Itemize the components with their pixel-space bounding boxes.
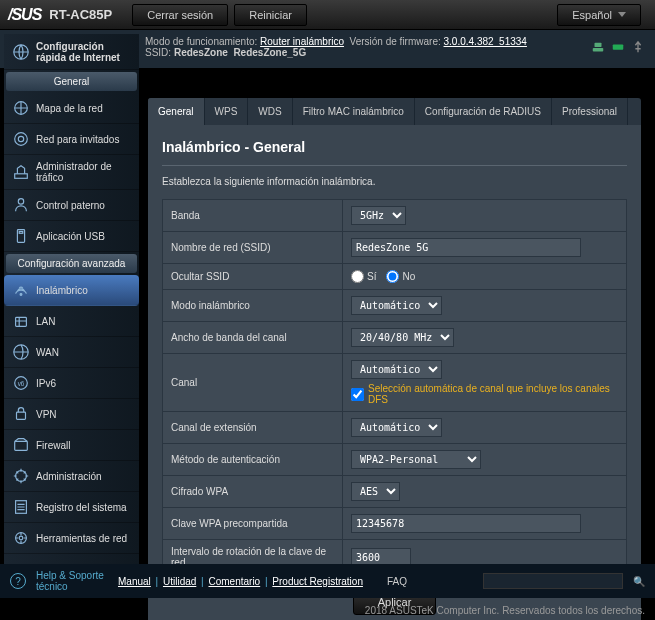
channel-label: Canal (163, 354, 343, 412)
language-label: Español (572, 9, 612, 21)
ssid-field-label: Nombre de red (SSID) (163, 232, 343, 264)
language-selector[interactable]: Español (557, 4, 641, 26)
nav-icon (12, 405, 30, 423)
nav-icon (12, 529, 30, 547)
svg-rect-2 (613, 44, 624, 49)
band-label: Banda (163, 200, 343, 232)
sidebar-item-red-para-invitados[interactable]: Red para invitados (4, 124, 139, 155)
sidebar-item-administrador-de-tráfico[interactable]: Administrador de tráfico (4, 155, 139, 190)
band-select[interactable]: 5GHz (351, 206, 406, 225)
nav-icon (12, 436, 30, 454)
sidebar-item-aplicación-usb[interactable]: Aplicación USB (4, 221, 139, 252)
sidebar-item-inalámbrico[interactable]: Inalámbrico (4, 275, 139, 306)
footer-link-product-registration[interactable]: Product Registration (272, 576, 363, 587)
usb-icon[interactable] (631, 40, 645, 54)
tab-general[interactable]: General (148, 98, 205, 125)
sidebar-quick-label: Configuración rápida de Internet (36, 41, 131, 63)
auth-label: Método de autenticación (163, 444, 343, 476)
sidebar-item-firewall[interactable]: Firewall (4, 430, 139, 461)
footer-help: Help & Soporte técnico (36, 570, 106, 592)
globe-icon (12, 43, 30, 61)
nav-icon: v6 (12, 374, 30, 392)
svg-point-8 (18, 199, 23, 204)
hide-no-radio[interactable] (386, 270, 399, 283)
status-icon[interactable] (611, 40, 625, 54)
sidebar-item-lan[interactable]: LAN (4, 306, 139, 337)
nav-icon (12, 130, 30, 148)
svg-rect-10 (19, 232, 23, 234)
ssid-label: SSID: (145, 47, 171, 58)
svg-text:v6: v6 (18, 380, 25, 387)
sidebar-item-control-paterno[interactable]: Control paterno (4, 190, 139, 221)
help-icon[interactable]: ? (10, 573, 26, 589)
ssid1-value: RedesZone (174, 47, 228, 58)
nav-icon (12, 196, 30, 214)
footer-link-manual[interactable]: Manual (118, 576, 151, 587)
sidebar-item-ipv6[interactable]: v6IPv6 (4, 368, 139, 399)
panel-title: Inalámbrico - General (162, 139, 627, 155)
svg-rect-17 (15, 441, 28, 450)
dfs-note: Selección automática de canal que incluy… (368, 383, 618, 405)
sidebar-item-registro-del-sistema[interactable]: Registro del sistema (4, 492, 139, 523)
sidebar-item-wan[interactable]: WAN (4, 337, 139, 368)
sidebar-item-mapa-de-la-red[interactable]: Mapa de la red (4, 93, 139, 124)
svg-point-11 (20, 294, 22, 296)
channel-select[interactable]: Automático (351, 360, 442, 379)
tab-wps[interactable]: WPS (205, 98, 249, 125)
sidebar-advanced-header: Configuración avanzada (6, 254, 137, 273)
bandwidth-select[interactable]: 20/40/80 MHz (351, 328, 454, 347)
chevron-down-icon (618, 12, 626, 17)
sidebar-item-administración[interactable]: Administración (4, 461, 139, 492)
nav-icon (12, 312, 30, 330)
key-label: Clave WPA precompartida (163, 508, 343, 540)
dfs-checkbox[interactable] (351, 388, 364, 401)
svg-point-6 (18, 136, 23, 141)
hide-yes-radio[interactable] (351, 270, 364, 283)
svg-rect-12 (16, 317, 27, 326)
auth-select[interactable]: WPA2-Personal (351, 450, 481, 469)
copyright-text: 2018 ASUSTeK Computer Inc. Reservados to… (365, 605, 645, 616)
nav-icon (12, 467, 30, 485)
ssid-input[interactable] (351, 238, 581, 257)
footer-link-utilidad[interactable]: Utilidad (163, 576, 196, 587)
key-input[interactable] (351, 514, 581, 533)
svg-rect-7 (15, 174, 28, 179)
tab-filtro-mac-inalámbrico[interactable]: Filtro MAC inalámbrico (293, 98, 415, 125)
extch-select[interactable]: Automático (351, 418, 442, 437)
mode-value[interactable]: Router inalámbrico (260, 36, 344, 47)
brand-logo: /SUS (8, 6, 41, 24)
nav-icon (12, 498, 30, 516)
model-label: RT-AC85P (49, 7, 112, 22)
fw-label: Versión de firmware: (350, 36, 441, 47)
reboot-button[interactable]: Reiniciar (234, 4, 307, 26)
wmode-select[interactable]: Automático (351, 296, 442, 315)
sidebar-general-header: General (6, 72, 137, 91)
sidebar-item-herramientas-de-red[interactable]: Herramientas de red (4, 523, 139, 554)
fw-value[interactable]: 3.0.0.4.382_51334 (444, 36, 527, 47)
footer-link-comentario[interactable]: Comentario (208, 576, 260, 587)
svg-rect-16 (17, 412, 26, 419)
nav-icon (12, 281, 30, 299)
wmode-label: Modo inalámbrico (163, 290, 343, 322)
extch-label: Canal de extensión (163, 412, 343, 444)
nav-icon (12, 227, 30, 245)
nav-icon (12, 99, 30, 117)
enc-label: Cifrado WPA (163, 476, 343, 508)
svg-rect-0 (593, 48, 604, 52)
tab-wds[interactable]: WDS (248, 98, 292, 125)
tab-configuración-de-radius[interactable]: Configuración de RADIUS (415, 98, 552, 125)
logout-button[interactable]: Cerrar sesión (132, 4, 228, 26)
device-icon[interactable] (591, 40, 605, 54)
svg-point-21 (19, 536, 23, 540)
search-icon[interactable]: 🔍 (633, 576, 645, 587)
mode-label: Modo de funcionamiento: (145, 36, 257, 47)
hide-ssid-label: Ocultar SSID (163, 264, 343, 290)
bandwidth-label: Ancho de banda del canal (163, 322, 343, 354)
footer-faq[interactable]: FAQ (387, 576, 407, 587)
search-input[interactable] (483, 573, 623, 589)
sidebar-item-quick-setup[interactable]: Configuración rápida de Internet (4, 34, 139, 70)
enc-select[interactable]: AES (351, 482, 400, 501)
nav-icon (12, 163, 30, 181)
sidebar-item-vpn[interactable]: VPN (4, 399, 139, 430)
tab-professional[interactable]: Professional (552, 98, 628, 125)
